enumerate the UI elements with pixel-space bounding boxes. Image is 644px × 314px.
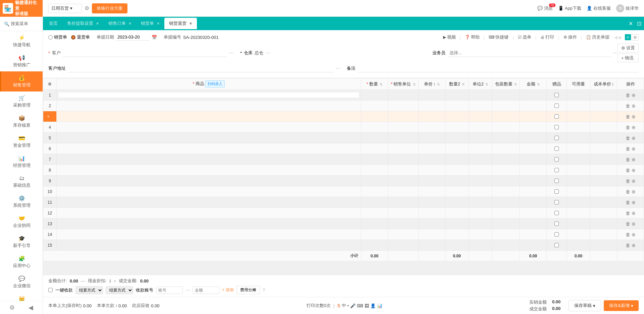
- staff-lookup-icon[interactable]: ···: [613, 50, 618, 56]
- gift-checkbox-2[interactable]: [554, 104, 559, 108]
- copy-row-12[interactable]: ⊕: [631, 210, 636, 216]
- delete-row-1[interactable]: 🗑: [625, 92, 631, 99]
- remark-input[interactable]: [358, 64, 639, 72]
- gift-checkbox-11[interactable]: [554, 200, 559, 204]
- app-download-button[interactable]: 📱 App下载: [558, 5, 581, 11]
- sidebar-item-purchase[interactable]: 🛒 采购管理: [0, 91, 43, 112]
- gift-checkbox-10[interactable]: [554, 189, 559, 194]
- customer-lookup-icon[interactable]: ···: [229, 50, 233, 56]
- close-tab-button[interactable]: ✕: [627, 19, 634, 28]
- tab-close-sales-order[interactable]: ✕: [128, 21, 131, 26]
- copy-row-9[interactable]: ⊕: [631, 178, 636, 184]
- qty-sort-icon[interactable]: ⇅: [380, 82, 382, 86]
- add-row-button[interactable]: +: [45, 114, 51, 120]
- copy-row-4[interactable]: ⊕: [631, 124, 636, 131]
- shortcut-button[interactable]: ⌨ 快捷键: [487, 34, 511, 41]
- sidebar-item-enterprise[interactable]: 🤝 企业协同: [0, 212, 43, 232]
- scan-input-button[interactable]: 扫码录入: [205, 80, 225, 87]
- gift-checkbox-13[interactable]: [554, 222, 559, 226]
- copy-row-8[interactable]: ⊕: [631, 167, 636, 174]
- discount-info-icon[interactable]: ℹ: [109, 278, 111, 284]
- experience-plan-button[interactable]: 体验行业方案: [92, 3, 127, 13]
- operate-button[interactable]: ⚙ 操作: [561, 34, 579, 41]
- online-service-button[interactable]: 👤 在线客服: [587, 5, 611, 11]
- sidebar-item-sales[interactable]: 💰 销售管理: [0, 71, 43, 91]
- delete-row-14[interactable]: 🗑: [625, 231, 631, 238]
- collapse-footer-button[interactable]: ◀: [29, 304, 33, 311]
- copy-row-7[interactable]: ⊕: [631, 156, 636, 163]
- history-order-button[interactable]: 📋 历史单据: [584, 34, 611, 41]
- product-input-3[interactable]: [59, 114, 359, 119]
- cost-info-icon[interactable]: ℹ: [612, 82, 613, 86]
- help-button[interactable]: ❓ 帮助: [463, 34, 482, 41]
- radio-return[interactable]: 退货单: [71, 34, 90, 40]
- expense-split-button[interactable]: 费用分摊: [236, 286, 260, 294]
- pkg-sort-icon[interactable]: ⇅: [514, 82, 517, 86]
- search-menu-button[interactable]: 🔍 搜索菜单: [3, 19, 40, 28]
- one-key-payment-checkbox[interactable]: [48, 288, 53, 292]
- address-input[interactable]: [68, 64, 334, 72]
- sidebar-item-marketing[interactable]: 📢 营销推广: [0, 51, 43, 71]
- gift-checkbox-4[interactable]: [554, 125, 559, 129]
- payment-amount-input[interactable]: [193, 287, 219, 294]
- address-lookup-icon[interactable]: ···: [336, 65, 340, 71]
- tab-sales-return[interactable]: 销货退货 ✕: [164, 18, 197, 29]
- calendar-icon[interactable]: 📅: [152, 35, 157, 40]
- sidebar-item-operations[interactable]: 📊 经营管理: [0, 152, 43, 172]
- gift-checkbox-1[interactable]: [554, 93, 559, 97]
- settings-button[interactable]: ⚙ 设置: [618, 44, 639, 52]
- delete-row-5[interactable]: 🗑: [625, 135, 631, 141]
- gift-checkbox-8[interactable]: [554, 168, 559, 172]
- customer-input[interactable]: [63, 49, 227, 57]
- date-input[interactable]: [116, 34, 150, 41]
- staff-input[interactable]: [447, 49, 611, 57]
- th-settings[interactable]: ⚙: [43, 78, 57, 90]
- logistics-button[interactable]: + 物流: [618, 54, 639, 62]
- sidebar-item-inventory[interactable]: 📦 库存核算: [0, 112, 43, 132]
- radio-return-input[interactable]: [71, 35, 75, 40]
- module-select[interactable]: 日用百货 ▾: [48, 4, 82, 13]
- delete-row-15[interactable]: 🗑: [625, 242, 631, 249]
- delete-row-13[interactable]: 🗑: [625, 221, 631, 227]
- gift-checkbox-9[interactable]: [554, 179, 559, 183]
- sidebar-item-system[interactable]: ⚙️ 系统管理: [0, 192, 43, 212]
- price-info-icon[interactable]: ℹ: [434, 82, 435, 86]
- copy-row-6[interactable]: ⊕: [631, 145, 636, 152]
- gift-checkbox-7[interactable]: [554, 157, 559, 162]
- maximize-tab-button[interactable]: ⊡: [636, 19, 643, 28]
- calc-method-select[interactable]: 结算方式: [106, 286, 133, 294]
- copy-row-13[interactable]: ⊕: [631, 221, 636, 227]
- amount-sort-icon[interactable]: ⇅: [537, 82, 540, 86]
- account-dots[interactable]: ···: [185, 287, 190, 293]
- delete-row-3[interactable]: 🗑: [625, 113, 631, 120]
- delete-row-2[interactable]: 🗑: [625, 103, 631, 109]
- delete-row-7[interactable]: 🗑: [625, 156, 631, 163]
- radio-delivery-input[interactable]: [48, 35, 53, 40]
- video-help-button[interactable]: ▶ 视频: [441, 34, 458, 41]
- qty2-sort-icon[interactable]: ⇅: [462, 82, 465, 86]
- save-draft-button[interactable]: 保存草稿 ▾: [569, 300, 601, 311]
- grid-view-button[interactable]: ⊞: [632, 34, 639, 41]
- sidebar-item-shortcuts[interactable]: ⚡ 快捷导航: [0, 31, 43, 51]
- user-avatar[interactable]: 徐 徐泽华: [616, 4, 639, 12]
- copy-row-1[interactable]: ⊕: [631, 92, 636, 99]
- copy-row-3[interactable]: ⊕: [631, 113, 636, 120]
- copy-row-15[interactable]: ⊕: [631, 242, 636, 249]
- print-button[interactable]: 🖨 打印: [538, 34, 556, 41]
- tab-close-sales-return[interactable]: ✕: [189, 21, 192, 26]
- delete-row-12[interactable]: 🗑: [625, 210, 631, 216]
- gift-checkbox-5[interactable]: [554, 136, 559, 140]
- copy-row-5[interactable]: ⊕: [631, 135, 636, 141]
- tab-close-price-settings[interactable]: ✕: [96, 21, 99, 26]
- warehouse-lookup-icon[interactable]: ···: [265, 50, 270, 56]
- settle-method-select[interactable]: 结算方式: [75, 286, 103, 294]
- sidebar-search[interactable]: 🔍 搜索菜单: [0, 17, 43, 31]
- sidebar-item-newbie[interactable]: 🎓 新手引导: [0, 232, 43, 252]
- unit-sort-icon[interactable]: ⇅: [413, 82, 416, 86]
- delete-row-11[interactable]: 🗑: [625, 199, 631, 206]
- unit2-sort-icon[interactable]: ⇅: [485, 82, 488, 86]
- delete-row-9[interactable]: 🗑: [625, 178, 631, 184]
- tab-sales-order[interactable]: 销售订单 ✕: [104, 18, 136, 29]
- account-input[interactable]: [156, 287, 183, 294]
- delete-row-8[interactable]: 🗑: [625, 167, 631, 174]
